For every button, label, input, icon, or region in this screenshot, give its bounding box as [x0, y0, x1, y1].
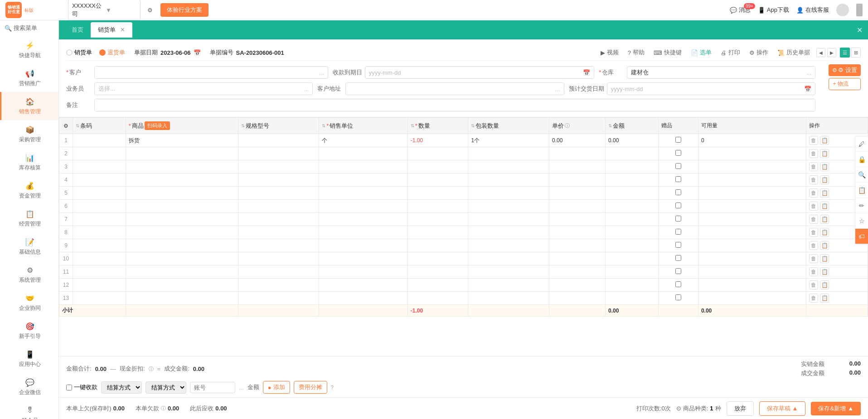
amount-cell[interactable]	[606, 147, 659, 160]
spec-cell[interactable]	[238, 187, 319, 200]
unit-price-cell[interactable]	[549, 226, 606, 239]
online-service-btn[interactable]: 👤 在线客服	[796, 6, 829, 14]
unit-price-cell[interactable]: 0.00	[549, 134, 606, 147]
spec-cell[interactable]	[238, 200, 319, 213]
payment-method-select2[interactable]: 结算方式	[145, 381, 186, 394]
pack-qty-cell[interactable]	[468, 252, 549, 265]
product-cell[interactable]	[126, 213, 238, 226]
quantity-cell[interactable]	[407, 160, 468, 173]
spec-cell[interactable]	[238, 252, 319, 265]
product-cell[interactable]: 拆货	[126, 134, 238, 147]
gift-checkbox[interactable]	[675, 150, 681, 156]
amount-cell[interactable]	[606, 239, 659, 252]
quantity-cell[interactable]	[407, 187, 468, 200]
delete-icon[interactable]: 🗑	[809, 188, 818, 197]
side-icon-edit[interactable]: 🖊	[855, 136, 868, 152]
sales-unit-cell[interactable]	[319, 265, 408, 279]
gift-cell[interactable]	[658, 213, 698, 226]
pack-qty-cell[interactable]	[468, 279, 549, 292]
copy-icon[interactable]: 📋	[820, 280, 829, 289]
salesperson-dots[interactable]: ...	[304, 86, 309, 92]
sidebar-item-base-info[interactable]: 📝 基础信息	[0, 232, 58, 260]
delete-icon[interactable]: 🗑	[809, 215, 818, 224]
barcode-cell[interactable]	[73, 187, 126, 200]
product-cell[interactable]	[126, 147, 238, 160]
pack-qty-cell[interactable]	[468, 292, 549, 305]
gift-checkbox[interactable]	[675, 294, 681, 300]
spec-cell[interactable]	[238, 279, 319, 292]
copy-icon[interactable]: 📋	[820, 202, 829, 211]
quantity-cell[interactable]	[407, 252, 468, 265]
col-config[interactable]: ⚙	[59, 118, 73, 134]
copy-icon[interactable]: 📋	[820, 175, 829, 184]
gift-cell[interactable]	[658, 187, 698, 200]
sidebar-item-member[interactable]: 🎖 畅会员	[0, 401, 58, 419]
sales-unit-cell[interactable]	[319, 200, 408, 213]
form-settings-btn[interactable]: ⚙ ⚙ 设置	[829, 64, 861, 76]
unit-price-cell[interactable]	[549, 265, 606, 279]
quantity-cell[interactable]	[407, 147, 468, 160]
grid-view-btn[interactable]: ⊞	[851, 48, 861, 58]
quantity-cell[interactable]	[407, 173, 468, 187]
copy-icon[interactable]: 📋	[820, 215, 829, 224]
gift-cell[interactable]	[658, 265, 698, 279]
pack-qty-cell[interactable]	[468, 173, 549, 187]
delete-icon[interactable]: 🗑	[809, 254, 818, 263]
video-btn[interactable]: ▶ 视频	[598, 48, 621, 58]
product-cell[interactable]	[126, 292, 238, 305]
discount-info-icon[interactable]: ⓘ	[149, 366, 154, 372]
gift-checkbox[interactable]	[675, 216, 681, 222]
pack-qty-cell[interactable]	[468, 187, 549, 200]
barcode-cell[interactable]	[73, 134, 126, 147]
product-cell[interactable]	[126, 226, 238, 239]
tab-close-icon[interactable]: ✕	[120, 26, 125, 33]
amount-cell[interactable]	[606, 252, 659, 265]
gift-checkbox[interactable]	[675, 202, 681, 208]
pack-qty-cell[interactable]	[468, 265, 549, 279]
expense-btn[interactable]: 费用分摊	[294, 381, 327, 394]
sidebar-item-operation[interactable]: 📋 经营管理	[0, 204, 58, 232]
quantity-cell[interactable]: -1.00	[407, 134, 468, 147]
copy-icon[interactable]: 📋	[820, 188, 829, 197]
payment-due-input[interactable]: yyyy-mm-dd 📅	[365, 66, 595, 79]
amount-cell[interactable]	[606, 160, 659, 173]
payment-dots[interactable]: ...	[239, 384, 244, 391]
history-btn[interactable]: 📜 历史单据	[775, 48, 813, 58]
trial-btn[interactable]: 体验行业方案	[160, 3, 209, 17]
spec-cell[interactable]	[238, 213, 319, 226]
barcode-cell[interactable]	[73, 226, 126, 239]
shortcut-btn[interactable]: ⌨ 快捷键	[651, 48, 684, 58]
radio-sale-order[interactable]: 销货单	[66, 48, 92, 57]
product-cell[interactable]	[126, 160, 238, 173]
copy-icon[interactable]: 📋	[820, 254, 829, 263]
tab-sales-order[interactable]: 销货单 ✕	[91, 22, 132, 38]
copy-icon[interactable]: 📋	[820, 241, 829, 250]
quantity-cell[interactable]	[407, 239, 468, 252]
pack-qty-cell[interactable]	[468, 239, 549, 252]
spec-cell[interactable]	[238, 147, 319, 160]
sales-unit-cell[interactable]: 个	[319, 134, 408, 147]
unit-price-cell[interactable]	[549, 279, 606, 292]
spec-cell[interactable]	[238, 239, 319, 252]
side-icon-search[interactable]: 🔍	[855, 167, 868, 183]
spec-cell[interactable]	[238, 292, 319, 305]
gift-cell[interactable]	[658, 173, 698, 187]
next-btn[interactable]: ▶	[827, 48, 836, 57]
delete-icon[interactable]: 🗑	[809, 228, 818, 237]
sales-unit-cell[interactable]	[319, 147, 408, 160]
unit-price-cell[interactable]	[549, 213, 606, 226]
gift-cell[interactable]	[658, 279, 698, 292]
barcode-cell[interactable]	[73, 200, 126, 213]
copy-icon[interactable]: 📋	[820, 294, 829, 303]
gift-cell[interactable]	[658, 239, 698, 252]
pack-qty-cell[interactable]	[468, 226, 549, 239]
product-cell[interactable]	[126, 265, 238, 279]
product-cell[interactable]	[126, 187, 238, 200]
one-click-payment-check[interactable]: 一键收款	[66, 383, 97, 391]
sidebar-search[interactable]: 🔍 搜索菜单	[0, 20, 58, 36]
amount-cell[interactable]: 0.00	[606, 134, 659, 147]
barcode-cell[interactable]	[73, 213, 126, 226]
sales-unit-cell[interactable]	[319, 239, 408, 252]
radio-return-order[interactable]: 退货单	[99, 48, 125, 57]
spec-cell[interactable]	[238, 160, 319, 173]
